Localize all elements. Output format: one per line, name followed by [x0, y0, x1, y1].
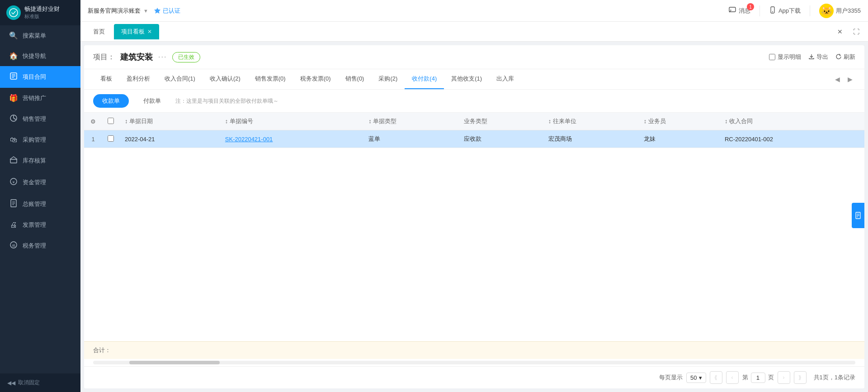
scrollbar-track[interactable]: [93, 361, 855, 364]
subtab-income-confirm[interactable]: 收入确认(2): [203, 69, 248, 89]
message-button[interactable]: 消息 1: [728, 6, 750, 15]
th-income-contract[interactable]: ↕ 收入合同: [719, 113, 864, 130]
sidebar-item-ledger[interactable]: 总账管理: [0, 193, 80, 215]
sidebar-item-sales[interactable]: 销售管理: [0, 108, 80, 130]
sidebar-item-tax[interactable]: 税 税务管理: [0, 235, 80, 257]
th-biz-type: 业务类型: [458, 113, 542, 130]
account-dropdown-icon: ▼: [143, 8, 148, 14]
export-label: 导出: [816, 53, 828, 61]
show-detail-checkbox[interactable]: 显示明细: [769, 53, 801, 61]
sidebar-item-search[interactable]: 🔍 搜索菜单: [0, 25, 80, 46]
subtab-sales[interactable]: 销售(0): [338, 69, 372, 89]
cell-number[interactable]: SK-20220421-001: [220, 130, 363, 148]
user-avatar: 🐱: [819, 4, 834, 18]
doc-tab-payment[interactable]: 付款单: [134, 94, 170, 108]
subtab-tax-invoice[interactable]: 税务发票(0): [293, 69, 338, 89]
project-title: 建筑安装: [120, 52, 153, 62]
project-status-badge: 已生效: [172, 52, 200, 62]
float-action-button[interactable]: [852, 203, 864, 228]
page-size-arrow: ▾: [699, 374, 702, 381]
page-last-button[interactable]: ⟫: [794, 371, 807, 384]
tab-home[interactable]: 首页: [86, 24, 112, 39]
cell-checkbox: [102, 130, 119, 148]
page-next-button[interactable]: ›: [778, 371, 790, 384]
th-type-label: ↕ 单据类型: [368, 118, 396, 124]
subtab-income-contract[interactable]: 收入合同(1): [157, 69, 203, 89]
subtab-next-button[interactable]: ▶: [844, 74, 855, 85]
cell-partner: 宏茂商场: [543, 130, 638, 148]
sidebar: 畅捷通好业财 标准版 🔍 搜索菜单 🏠 快捷导航 项目合同: [0, 0, 80, 392]
doc-tab-payment-label: 付款单: [143, 97, 161, 104]
app-download-button[interactable]: App下载: [769, 6, 801, 15]
th-type[interactable]: ↕ 单据类型: [363, 113, 458, 130]
th-number[interactable]: ↕ 单据编号: [220, 113, 363, 130]
show-detail-input[interactable]: [769, 54, 775, 60]
th-salesperson[interactable]: ↕ 业务员: [638, 113, 719, 130]
project-more-button[interactable]: ···: [158, 53, 167, 61]
subtab-kanban[interactable]: 看板: [93, 69, 119, 89]
table-footer: 合计：: [84, 341, 864, 359]
user-menu[interactable]: 🐱 用户3355: [819, 4, 861, 18]
page-prev-button[interactable]: ‹: [726, 371, 739, 384]
scrollbar-thumb[interactable]: [129, 361, 220, 364]
tab-project-board[interactable]: 项目看板 ✕: [114, 24, 159, 39]
page-size-value: 50: [690, 374, 697, 381]
page-next-icon: ›: [783, 374, 785, 381]
page-first-button[interactable]: ⟪: [710, 371, 722, 384]
horizontal-scrollbar[interactable]: [84, 359, 864, 366]
tab-close-icon[interactable]: ✕: [147, 29, 152, 35]
export-icon: [808, 53, 815, 61]
user-label: 用户3355: [836, 7, 861, 15]
phone-icon: [769, 6, 776, 15]
svg-point-17: [772, 11, 773, 12]
th-settings[interactable]: ⚙: [84, 113, 102, 130]
select-all-checkbox[interactable]: [108, 118, 114, 124]
subtab-sales-invoice[interactable]: 销售发票(0): [248, 69, 293, 89]
app-name-block: 畅捷通好业财 标准版: [24, 5, 60, 20]
subtab-receipt[interactable]: 收付款(4): [405, 69, 444, 89]
unpin-icon: ◀◀: [7, 380, 15, 386]
subtab-profit[interactable]: 盈利分析: [119, 69, 157, 89]
sidebar-item-quick-nav[interactable]: 🏠 快捷导航: [0, 46, 80, 66]
unpin-button[interactable]: ◀◀ 取消固定: [0, 373, 80, 392]
page-size-select[interactable]: 50 ▾: [686, 373, 706, 383]
tab-maximize-button[interactable]: ⛶: [850, 25, 863, 38]
subtab-other-expense[interactable]: 其他收支(1): [444, 69, 489, 89]
sidebar-item-label: 税务管理: [23, 242, 46, 250]
export-button[interactable]: 导出: [808, 53, 828, 61]
svg-text:¥: ¥: [12, 180, 15, 184]
page-end-label: 页: [768, 373, 774, 382]
settings-icon[interactable]: ⚙: [90, 118, 96, 125]
doc-tab-receipt[interactable]: 收款单: [93, 94, 129, 108]
sidebar-item-project-contract[interactable]: 项目合同: [0, 66, 80, 88]
th-date[interactable]: ↕ 单据日期: [119, 113, 220, 130]
refresh-button[interactable]: 刷新: [835, 53, 855, 61]
sidebar-item-label: 搜索菜单: [23, 32, 46, 40]
refresh-label: 刷新: [844, 53, 855, 61]
app-logo-icon: [6, 5, 21, 20]
sidebar-item-marketing[interactable]: 🎁 营销推广: [0, 88, 80, 108]
subtab-purchase[interactable]: 采购(2): [371, 69, 405, 89]
topbar-right: 消息 1 App下载 🐱 用户3355: [728, 4, 861, 18]
page-number-input[interactable]: [751, 373, 765, 383]
refresh-icon: [835, 53, 842, 61]
subtab-inout[interactable]: 出入库: [489, 69, 521, 89]
row-checkbox[interactable]: [108, 135, 114, 142]
svg-text:税: 税: [12, 244, 15, 247]
project-actions: 显示明细 导出: [769, 53, 855, 61]
sidebar-item-finance[interactable]: ¥ 资金管理: [0, 172, 80, 193]
sidebar-item-purchase[interactable]: 🛍 采购管理: [0, 130, 80, 150]
sidebar-item-inventory[interactable]: 库存核算: [0, 150, 80, 172]
table-row[interactable]: 1 2022-04-21 SK-20220421-001 蓝单: [84, 130, 864, 148]
project-header: 项目： 建筑安装 ··· 已生效 显示明细 导出: [84, 45, 864, 69]
th-partner[interactable]: ↕ 往来单位: [543, 113, 638, 130]
bag-icon: 🛍: [9, 136, 18, 144]
subtab-prev-button[interactable]: ◀: [832, 74, 843, 85]
sidebar-item-invoice[interactable]: 🖨 发票管理: [0, 215, 80, 235]
doc-number-link[interactable]: SK-20220421-001: [225, 136, 273, 143]
cell-biz-type: 应收款: [458, 130, 542, 148]
th-partner-label: ↕ 往来单位: [548, 118, 576, 124]
page-prev-icon: ‹: [731, 374, 733, 381]
tab-minimize-button[interactable]: ✕: [834, 25, 846, 38]
account-selector[interactable]: 新服务官网演示账套 ▼: [88, 7, 148, 15]
